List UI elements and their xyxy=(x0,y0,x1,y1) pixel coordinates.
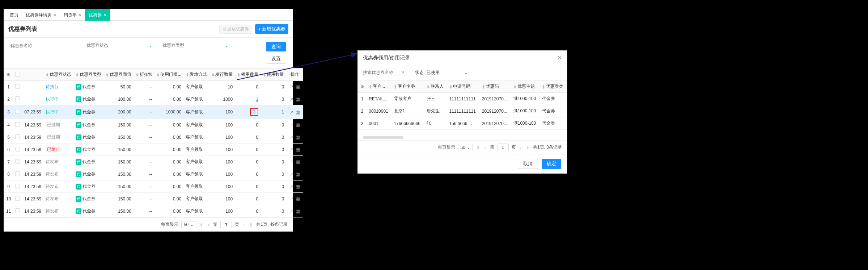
table-row[interactable]: 1014 23:59待发布代代金券150.00--0.00客户领取10000↗▦ xyxy=(4,193,303,205)
ok-button[interactable]: 确定 xyxy=(542,159,561,169)
row-checkbox[interactable] xyxy=(15,147,20,151)
horizontal-scrollbar[interactable] xyxy=(363,136,562,139)
qr-icon[interactable]: ▦ xyxy=(296,109,300,115)
table-row[interactable]: 814 23:59待发布代代金券150.00--0.00客户领取10000↗▦ xyxy=(4,168,303,180)
per-page-select[interactable]: 50 ⌄ xyxy=(458,144,473,151)
table-row[interactable]: 1待执行代代金券50.00--0.00客户领取1000↗▦ xyxy=(4,81,303,93)
row-checkbox[interactable] xyxy=(15,208,20,213)
close-icon[interactable]: ✕ xyxy=(557,54,562,61)
close-icon[interactable]: ✕ xyxy=(78,9,81,21)
pagination: 每页显示 50 ⌄ ⟪ ‹ 第 页 › ⟫ 共1页, 49条记录 xyxy=(4,217,293,231)
modal-search[interactable]: ⚲ xyxy=(363,70,410,75)
col-ctype[interactable]: ▲▼优惠券类 xyxy=(540,80,567,93)
qr-icon[interactable]: ▦ xyxy=(296,122,300,128)
cancel-button[interactable]: 取消 xyxy=(518,159,538,169)
table-row[interactable]: 200010001北京1唐先生111111111112019120​70...满… xyxy=(358,105,567,117)
row-checkbox[interactable] xyxy=(15,122,20,127)
row-discount: -- xyxy=(134,119,154,131)
page-next-button[interactable]: › xyxy=(519,145,522,150)
col-custname[interactable]: ▲▼客户名称 xyxy=(392,80,424,93)
table-row[interactable]: 714 23:59待发布代代金券150.00--0.00客户领取10000↗▦ xyxy=(4,156,303,168)
table-row[interactable]: 307 23:59执行中代代金券200.00--1000.00客户领取10031… xyxy=(4,105,303,119)
row-checkbox[interactable] xyxy=(15,84,20,89)
close-icon[interactable]: ✕ xyxy=(53,9,56,21)
col-issue[interactable]: ▲▼发行数量 xyxy=(209,68,235,81)
row-checkbox[interactable] xyxy=(15,196,20,201)
col-type[interactable]: ▲▼优惠券类型 xyxy=(73,68,103,81)
page-first-button[interactable]: ⟪ xyxy=(476,145,480,150)
page-last-button[interactable]: ⟫ xyxy=(525,145,530,150)
main-panel: 首页优惠券详情页✕销货单✕优惠券✕ 优惠券列表 ⊘ 发放优惠券 + 新增优惠券 … xyxy=(4,9,293,232)
close-icon[interactable]: ✕ xyxy=(103,9,106,21)
col-status[interactable]: ▲▼优惠券状态 xyxy=(43,68,73,81)
col-code[interactable]: ▲▼优惠码 xyxy=(480,80,511,93)
qr-icon[interactable]: ▦ xyxy=(296,159,300,165)
qr-icon[interactable]: ▦ xyxy=(296,84,300,90)
tab-优惠券详情页[interactable]: 优惠券详情页✕ xyxy=(22,9,60,21)
row-checkbox[interactable] xyxy=(15,184,20,188)
row-checkbox[interactable] xyxy=(15,109,20,114)
row-threshold: 0.00 xyxy=(154,193,183,205)
modal-search-input[interactable] xyxy=(363,70,399,75)
col-custno[interactable]: ▲▼客户... xyxy=(367,80,391,93)
tab-销货单[interactable]: 销货单✕ xyxy=(60,9,85,21)
checkbox[interactable] xyxy=(15,72,20,76)
qr-icon[interactable]: ▦ xyxy=(296,134,300,140)
table-row[interactable]: 614 23:59已终止代代金券150.00--0.00客户领取10000↗▦ xyxy=(4,144,303,156)
col-use[interactable]: ▲▼使用数量 xyxy=(261,68,286,81)
page-input[interactable] xyxy=(497,144,509,151)
claim-count-link[interactable]: 3 xyxy=(250,108,258,116)
col-gear[interactable]: ⚙ xyxy=(358,80,367,93)
page-prev-button[interactable]: ‹ xyxy=(483,145,487,150)
col-subject[interactable]: ▲▼优惠主题 xyxy=(511,80,540,93)
tab-优惠券[interactable]: 优惠券✕ xyxy=(85,9,110,21)
qr-icon[interactable]: ▦ xyxy=(296,147,300,152)
filter-name-input[interactable] xyxy=(34,42,78,49)
tab-首页[interactable]: 首页 xyxy=(6,9,22,21)
qr-icon[interactable]: ▦ xyxy=(296,171,300,177)
row-checkbox[interactable] xyxy=(15,159,20,164)
col-threshold[interactable]: ▲▼使用门槛... xyxy=(154,68,183,81)
table-row[interactable]: 1RETAIL...零散客户张三111111111112019120​70...… xyxy=(358,93,567,105)
search-button[interactable]: 查询 xyxy=(266,42,286,51)
modal-state-select[interactable]: 状态 已使用 ⌄ xyxy=(415,70,468,76)
usage-table: ⚙▲▼客户...▲▼客户名称▲▼联系人▲▼电话号码▲▼优惠码▲▼优惠主题▲▼优惠… xyxy=(358,80,567,130)
settings-button[interactable]: 设置 xyxy=(266,54,286,64)
qr-icon[interactable]: ▦ xyxy=(296,208,300,214)
col-contact[interactable]: ▲▼联系人 xyxy=(424,80,447,93)
page-last-button[interactable]: ⟫ xyxy=(249,222,253,227)
page-first-button[interactable]: ⟪ xyxy=(199,222,204,227)
per-page-select[interactable]: 50 ⌄ xyxy=(181,221,196,228)
add-label: 新增优惠券 xyxy=(262,26,285,32)
col-method[interactable]: ▲▼发放方式 xyxy=(183,68,209,81)
qr-icon[interactable]: ▦ xyxy=(296,184,300,189)
col-gear[interactable]: ⚙ xyxy=(4,68,13,81)
col-face[interactable]: ▲▼优惠券面值 xyxy=(103,68,134,81)
share-icon[interactable]: ↗ xyxy=(289,109,293,115)
col-claim[interactable]: ▲▼领用数量 xyxy=(235,68,261,81)
col-phone[interactable]: ▲▼电话号码 xyxy=(447,80,479,93)
share-icon[interactable]: ↗ xyxy=(289,84,293,90)
table-row[interactable]: 414 23:59已过期代代金券150.00--0.00客户领取10000↗▦ xyxy=(4,119,303,131)
qr-icon[interactable]: ▦ xyxy=(296,96,300,102)
page-next-button[interactable]: › xyxy=(242,222,246,227)
filter-type-select[interactable]: ⌄ xyxy=(186,42,230,49)
table-row[interactable]: 2执行中代代金券100.00--0.00客户领取100010↗▦ xyxy=(4,93,303,105)
row-checkbox[interactable] xyxy=(15,134,20,139)
table-row[interactable]: 3000117666666666张156 6666 ...2019120​70.… xyxy=(358,117,567,130)
row-checkbox[interactable] xyxy=(15,171,20,176)
col-discount[interactable]: ▲▼折扣% xyxy=(134,68,154,81)
table-row[interactable]: 914 23:59待发布代代金券150.00--0.00客户领取10000↗▦ xyxy=(4,180,303,193)
row-checkbox[interactable] xyxy=(15,96,20,101)
claim-count-link[interactable]: 1 xyxy=(256,97,258,102)
page-prev-button[interactable]: ‹ xyxy=(207,222,210,227)
row-type: 代代金券 xyxy=(73,168,103,180)
page-input[interactable] xyxy=(220,221,232,228)
qr-icon[interactable]: ▦ xyxy=(296,196,300,202)
col-check[interactable] xyxy=(13,68,22,81)
table-row[interactable]: 514 23:59已过期代代金券150.00--0.00客户领取10000↗▦ xyxy=(4,131,303,144)
add-coupon-button[interactable]: + 新增优惠券 xyxy=(255,24,288,34)
table-row[interactable]: 1114 23:59待发布代代金券150.00--0.00客户领取10000↗▦ xyxy=(4,205,303,217)
filter-status-select[interactable]: ⌄ xyxy=(110,42,154,49)
share-icon[interactable]: ↗ xyxy=(289,96,293,102)
